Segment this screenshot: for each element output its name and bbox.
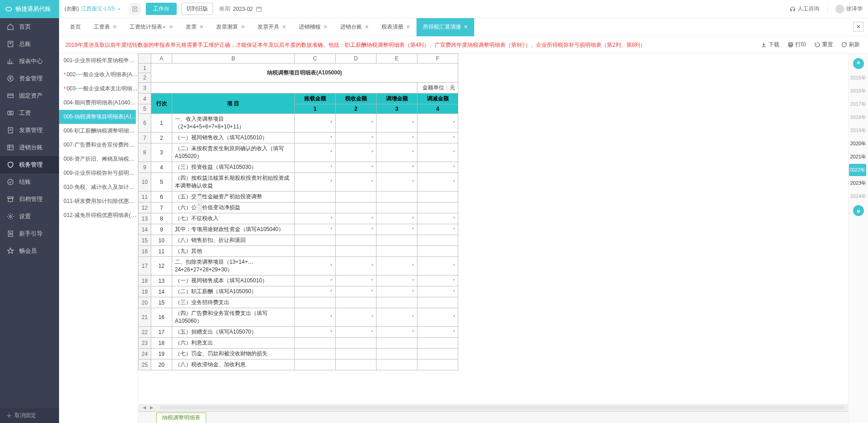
- asset-icon: [6, 92, 15, 100]
- support-link[interactable]: 人工咨询: [789, 5, 819, 13]
- nav-ledger[interactable]: 总账: [0, 35, 59, 53]
- year-2019年: 2019年: [850, 124, 867, 137]
- gear-icon: [6, 212, 15, 221]
- row-item: （七）不征税收入: [172, 213, 295, 224]
- year-2024年: 2024年: [850, 190, 867, 202]
- sheet-item[interactable]: 007-广告费和业务宣传费跨…: [59, 138, 138, 152]
- row-item: 其中：专项用途财政性资金（填写A105040）: [172, 224, 295, 235]
- notes-icon[interactable]: [129, 3, 141, 15]
- sheet-item[interactable]: 009-企业所得税弥补亏损明…: [59, 166, 138, 180]
- tab-close[interactable]: ✕: [464, 24, 468, 30]
- sheet-item[interactable]: 001-企业所得税年度纳税申…: [59, 54, 138, 68]
- nav-settle[interactable]: 结账: [0, 173, 59, 191]
- hscroll[interactable]: ◄►: [138, 404, 848, 411]
- company-dropdown[interactable]: 江西服宝-LSS: [81, 5, 121, 13]
- sheet-title: 纳税调整项目明细表(A105000): [151, 64, 458, 83]
- nav-salary[interactable]: 工资: [0, 104, 59, 122]
- row-item: （四）按权益法核算长期股权投资对初始投资成本调整确认收益: [172, 173, 295, 192]
- sheet-item[interactable]: 005-纳税调整项目明细表(A1…: [59, 110, 136, 124]
- year-2023年[interactable]: 2023年: [850, 177, 867, 189]
- nav-vip[interactable]: 畅会员: [0, 242, 59, 260]
- row-item: （一）视同销售成本（填写A105010）: [172, 275, 295, 286]
- row-item: （七）罚金、罚款和被没收财物的损失: [172, 349, 295, 359]
- period-picker[interactable]: 2023-02: [233, 6, 253, 12]
- svg-point-4: [10, 112, 11, 114]
- svg-rect-14: [256, 7, 261, 11]
- sheet-tab[interactable]: 纳税调整明细表: [156, 413, 206, 423]
- tab[interactable]: 发票测算✕: [210, 18, 251, 36]
- row-item: （六）利息支出: [172, 338, 295, 349]
- refresh-button[interactable]: 刷新: [841, 41, 860, 49]
- tab[interactable]: 进销稽核✕: [293, 18, 334, 36]
- nav-invoice[interactable]: 发票管理: [0, 122, 59, 139]
- tab[interactable]: 所得税汇算清缴✕: [417, 18, 474, 36]
- user-menu[interactable]: 徐泽华: [835, 5, 863, 14]
- sheet-item[interactable]: 003-一般企业成本支出明细…: [59, 82, 138, 96]
- row-item: （二）未按权责发生制原则确认的收入（填写A105020）: [172, 143, 295, 162]
- nav-chart[interactable]: 报表中心: [0, 53, 59, 70]
- year-2018年: 2018年: [850, 111, 867, 123]
- tab-bar: 首页工资表✕工资统计报表 ✕发票✕发票测算✕发票开具✕进销稽核✕进销台账✕税表清…: [59, 18, 868, 36]
- sheet-item[interactable]: 004-期间费用明细表(A1040…: [59, 96, 138, 110]
- tab-close[interactable]: ✕: [406, 24, 410, 30]
- print-button[interactable]: 打印: [788, 41, 806, 49]
- year-up[interactable]: [853, 58, 864, 69]
- download-button[interactable]: 下载: [761, 41, 779, 49]
- svg-rect-3: [8, 111, 13, 115]
- tab[interactable]: 税表清册✕: [375, 18, 417, 36]
- warning-text: 2019年度涉及取以前年度结转数据的申报表单元格需要手工维护正确，才能保证本年及…: [59, 36, 753, 52]
- tab[interactable]: 工资表✕: [87, 18, 123, 36]
- cancel-pin[interactable]: 取消固定: [0, 408, 59, 423]
- tab[interactable]: 首页: [64, 18, 87, 36]
- nav-guide[interactable]: 新手引导: [0, 225, 59, 242]
- collapse-sheet-list[interactable]: ‹: [197, 195, 202, 213]
- year-rail: 2015年2016年2017年2018年2019年2020年2021年2022年…: [848, 54, 868, 423]
- guide-icon: [6, 230, 15, 238]
- workbench-button[interactable]: 工作台: [146, 3, 177, 15]
- sheet-item[interactable]: 008-资产折旧、摊销及纳税…: [59, 152, 138, 166]
- spreadsheet[interactable]: ABCDEF1纳税调整项目明细表(A105000)23金额单位：元4行次项 目账…: [138, 54, 848, 404]
- year-2015年: 2015年: [850, 72, 867, 84]
- svg-rect-9: [8, 198, 12, 202]
- tab-close[interactable]: ✕: [199, 24, 203, 30]
- nav-gear[interactable]: 设置: [0, 208, 59, 225]
- tab-close[interactable]: ✕: [365, 24, 369, 30]
- year-2021年[interactable]: 2021年: [850, 151, 867, 163]
- year-2022年[interactable]: 2022年: [849, 164, 866, 176]
- tab[interactable]: 进销台账✕: [334, 18, 375, 36]
- brand-logo: 畅捷通易代账: [0, 0, 59, 18]
- topbar: (勿删) 江西服宝-LSS 工作台 切到旧版 账期 2023-02 人工咨询 |: [59, 0, 868, 18]
- nav-funds[interactable]: 资金管理: [0, 70, 59, 87]
- row-item: （五）捐赠支出（填写A105070）: [172, 327, 295, 338]
- nav-tax[interactable]: 税务管理: [0, 156, 59, 173]
- tab[interactable]: 发票✕: [179, 18, 210, 36]
- sheet-item[interactable]: 011-研发费用加计扣除优惠…: [59, 194, 138, 208]
- calendar-icon[interactable]: [256, 6, 262, 12]
- tab-close[interactable]: ✕: [169, 24, 173, 30]
- tab-close[interactable]: ✕: [323, 24, 327, 30]
- tab-close[interactable]: ✕: [282, 24, 286, 30]
- tab[interactable]: 工资统计报表 ✕: [123, 18, 179, 36]
- nav-inout[interactable]: 进销台账: [0, 139, 59, 156]
- nav-archive[interactable]: 归档管理: [0, 191, 59, 208]
- nav-home[interactable]: 首页: [0, 18, 59, 35]
- switch-old-button[interactable]: 切到旧版: [181, 3, 213, 15]
- tab-close[interactable]: ✕: [241, 24, 245, 30]
- year-2020年[interactable]: 2020年: [850, 138, 867, 150]
- sheet-item[interactable]: 010-免税、减计收入及加计…: [59, 180, 138, 194]
- sheet-item[interactable]: 002-一般企业收入明细表(A…: [59, 68, 138, 82]
- home-icon: [6, 23, 15, 31]
- close-all-tabs[interactable]: ✕: [853, 22, 863, 32]
- svg-marker-12: [10, 232, 12, 235]
- sheet-item[interactable]: 012-减免所得税优惠明细表(…: [59, 208, 138, 222]
- sheet-item[interactable]: 006-职工薪酬纳税调整明细…: [59, 124, 138, 138]
- year-down[interactable]: [853, 205, 864, 216]
- tab-close[interactable]: ✕: [113, 24, 117, 30]
- row-item: （三）投资收益（填写A105030）: [172, 162, 295, 173]
- archive-icon: [6, 195, 15, 203]
- funds-icon: [6, 74, 15, 83]
- company-prefix: (勿删): [64, 5, 79, 13]
- reset-button[interactable]: 重置: [814, 41, 833, 49]
- tab[interactable]: 发票开具✕: [251, 18, 293, 36]
- nav-asset[interactable]: 固定资产: [0, 87, 59, 104]
